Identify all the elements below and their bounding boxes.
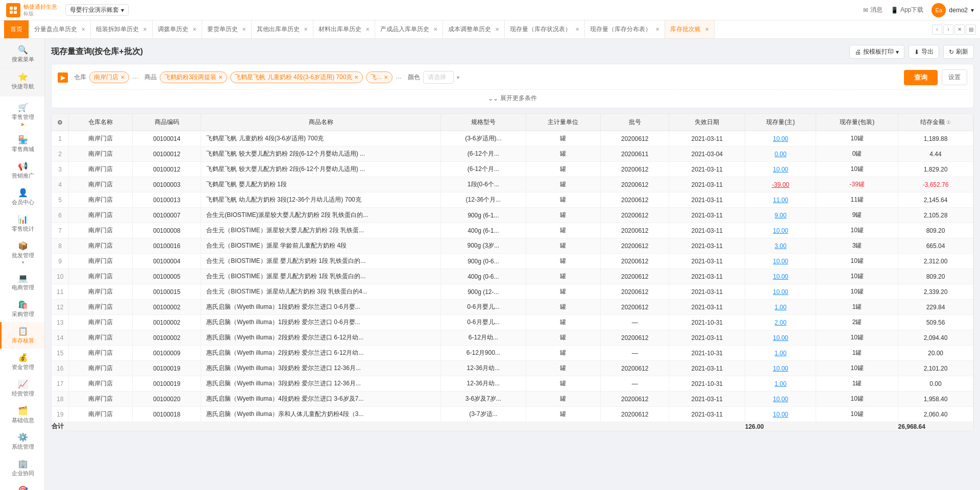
row-qty-main[interactable]: 1.00: [745, 346, 816, 361]
row-no: 15: [52, 346, 69, 361]
tab-fen-pan[interactable]: 分量盘点单历史 ✕: [29, 20, 91, 39]
close-icon[interactable]: ✕: [242, 27, 246, 32]
goods-tag-2[interactable]: 飞鹤星飞帆 儿童奶粉 4段(3-6岁适用) 700克 ✕: [230, 71, 363, 83]
close-icon[interactable]: ✕: [192, 27, 197, 32]
tab-qi-ta-chu[interactable]: 其他出库单历史 ✕: [252, 20, 313, 39]
sidebar-item-xitong[interactable]: ⚙️ 系统管理: [0, 428, 44, 455]
row-spec: 900g (12-...: [440, 284, 526, 300]
sidebar-item-kucun[interactable]: 📋 库存核算: [0, 322, 44, 349]
tab-diao-bo[interactable]: 调拨单历史 ✕: [153, 20, 202, 39]
tab-chengben[interactable]: 成本调整单历史 ✕: [443, 20, 505, 39]
row-qty-main[interactable]: 1.00: [745, 300, 816, 315]
row-batch: 20200612: [601, 208, 669, 223]
row-qty-main[interactable]: 10.00: [745, 391, 816, 407]
row-qty-main[interactable]: 10.00: [745, 284, 816, 300]
close-icon[interactable]: ✕: [365, 27, 370, 32]
warehouse-dots[interactable]: ···: [132, 74, 138, 82]
row-qty-main[interactable]: 10.00: [745, 361, 816, 376]
tab-next-button[interactable]: ›: [943, 24, 953, 35]
remove-goods2-icon[interactable]: ✕: [354, 75, 358, 80]
expand-more-button[interactable]: ⌄⌄ 展开更多条件: [58, 89, 967, 103]
tab-close-button[interactable]: ✕: [954, 24, 965, 35]
user-area[interactable]: Ea demo2 ▾: [932, 3, 974, 17]
goods-tag-1[interactable]: 飞鹤奶粉3段两提装 ✕: [160, 71, 228, 83]
tab-prev-button[interactable]: ‹: [932, 24, 942, 35]
warehouse-tag[interactable]: 南岸门店 ✕: [89, 71, 129, 83]
row-spec: 400g (6-1...: [440, 223, 526, 238]
row-qty-main[interactable]: 9.00: [745, 208, 816, 223]
tab-home[interactable]: 首页: [4, 20, 29, 39]
settings-button[interactable]: 设置: [942, 69, 967, 85]
row-qty-main[interactable]: 10.00: [745, 269, 816, 284]
sidebar-item-xinshou[interactable]: 🎯 新手引导: [0, 481, 44, 490]
tab-zu-chai[interactable]: 组装拆卸单历史 ✕: [91, 20, 153, 39]
close-icon[interactable]: ✕: [705, 27, 709, 32]
sidebar-item-caigou[interactable]: 🛍️ 采购管理: [0, 296, 44, 322]
sidebar-item-zijin[interactable]: 💰 资金管理: [0, 349, 44, 375]
sidebar-item-jichu[interactable]: 🗂️ 基础信息: [0, 402, 44, 428]
account-dropdown[interactable]: 母婴行业演示账套 ▾: [65, 4, 129, 16]
tab-xc-kucun[interactable]: 现存量（库存状况表） ✕: [505, 20, 585, 39]
close-icon[interactable]: ✕: [433, 27, 437, 32]
sidebar-item-huiyuan[interactable]: 👤 会员中心: [0, 184, 44, 210]
row-batch: 20200612: [601, 330, 669, 346]
tab-yao-huo[interactable]: 要货单历史 ✕: [202, 20, 252, 39]
tab-xc-fenpei[interactable]: 现存量（库存分布表） ✕: [585, 20, 665, 39]
row-spec: 12-36月幼...: [440, 361, 526, 376]
col-settings[interactable]: ⚙: [52, 114, 69, 131]
sidebar-item-jingying[interactable]: 📈 经营管理: [0, 375, 44, 402]
tab-chanpin[interactable]: 产成品入库单历史 ✕: [375, 20, 443, 39]
close-icon[interactable]: ✕: [575, 27, 579, 32]
remove-goods3-icon[interactable]: ✕: [384, 75, 388, 80]
sidebar-item-lingst[interactable]: 📊 零售统计: [0, 210, 44, 237]
sidebar-item-lingshoc[interactable]: 🏪 零售商城: [0, 131, 44, 157]
row-qty-main[interactable]: 10.00: [745, 223, 816, 238]
close-icon[interactable]: ✕: [655, 27, 659, 32]
row-qty-main[interactable]: 3.00: [745, 238, 816, 254]
goods-dots[interactable]: ···: [396, 74, 402, 82]
settings-icon[interactable]: ⚙: [57, 119, 63, 126]
color-select[interactable]: 请选择: [423, 71, 454, 84]
row-qty-main[interactable]: 10.00: [745, 330, 816, 346]
app-download-button[interactable]: 📱 App下载: [891, 6, 923, 14]
close-icon[interactable]: ✕: [304, 27, 308, 32]
filter-row: ▶ 仓库 南岸门店 ✕ ··· 商品 飞鹤奶粉3段两提装 ✕: [58, 69, 967, 85]
remove-goods1-icon[interactable]: ✕: [218, 75, 223, 80]
col-code: 商品编码: [132, 114, 201, 131]
sidebar-item-quick[interactable]: ⭐ 快捷导航: [0, 67, 44, 94]
query-button[interactable]: 查询: [904, 70, 938, 85]
goods-tag-3[interactable]: 飞... ✕: [366, 71, 393, 83]
row-qty-main[interactable]: 10.00: [745, 407, 816, 422]
remove-warehouse-icon[interactable]: ✕: [120, 75, 125, 80]
row-qty-main[interactable]: 10.00: [745, 131, 816, 146]
chevron-down-icon: ▾: [971, 7, 974, 14]
message-button[interactable]: ✉ 消息: [863, 6, 883, 14]
row-qty-main[interactable]: -39.00: [745, 177, 816, 192]
sidebar-item-lingshous[interactable]: 🛒 零售管理 ▶: [0, 99, 44, 131]
close-icon[interactable]: ✕: [143, 27, 147, 32]
row-qty-main[interactable]: 1.00: [745, 376, 816, 391]
tab-cai-liao[interactable]: 材料出库单历史 ✕: [313, 20, 375, 39]
print-button[interactable]: 🖨 按模板打印 ▾: [849, 45, 904, 59]
tab-kucun-pihe[interactable]: 库存批次账 ✕: [665, 20, 715, 39]
refresh-button[interactable]: ↻ 刷新: [943, 45, 974, 59]
row-qty-main[interactable]: 11.00: [745, 192, 816, 208]
sidebar-item-dianshang[interactable]: 💻 电商管理: [0, 269, 44, 296]
header-actions: 🖨 按模板打印 ▾ ⬇ 导出 ↻ 刷新: [849, 45, 974, 59]
sidebar-item-search[interactable]: 🔍 搜索菜单: [0, 41, 44, 67]
col-spec: 规格型号: [440, 114, 526, 131]
sidebar-item-pifa[interactable]: 📦 批发管理 ▼: [0, 237, 44, 269]
export-button[interactable]: ⬇ 导出: [909, 45, 939, 59]
sidebar-item-yinxiao[interactable]: 📢 营销推广: [0, 157, 44, 184]
row-qty-main[interactable]: 0.00: [745, 146, 816, 162]
sidebar-item-qiye[interactable]: 🏢 企业协同: [0, 455, 44, 481]
row-qty-main[interactable]: 10.00: [745, 254, 816, 269]
tab-nav-buttons: ‹ › ✕ ▤: [932, 24, 976, 35]
close-icon[interactable]: ✕: [495, 27, 499, 32]
row-expire: 2021-03-04: [669, 146, 745, 162]
tab-menu-button[interactable]: ▤: [966, 24, 976, 35]
row-qty-main[interactable]: 2.00: [745, 315, 816, 330]
row-qty-main[interactable]: 10.00: [745, 162, 816, 177]
expand-arrow-button[interactable]: ▶: [58, 72, 68, 83]
close-icon[interactable]: ✕: [81, 27, 85, 32]
